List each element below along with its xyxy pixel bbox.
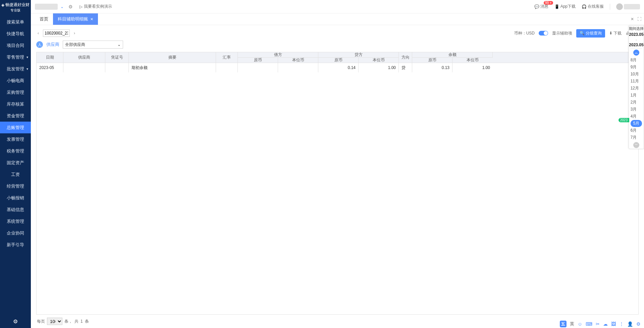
show-aux-toggle[interactable] (539, 31, 548, 36)
th-rate: 汇率 (216, 52, 238, 63)
period-end[interactable]: 2023.05 (629, 43, 643, 47)
scroll-down-icon[interactable]: ︾ (633, 142, 639, 148)
td-rate (216, 63, 238, 72)
table-row: 2023-05期初余额0.141.00贷0.131.00 (37, 63, 638, 72)
page-size-select[interactable]: 100 (47, 318, 62, 325)
chevron-down-icon: ▾ (26, 67, 28, 71)
ime-lang[interactable]: 英 (570, 321, 574, 327)
download-button[interactable]: ⬇ 下载 (609, 30, 622, 36)
th-bal-base: 本位币 (452, 58, 493, 63)
supplier-select[interactable]: 全部供应商 ⌄ (63, 41, 123, 49)
logo: ◈畅捷通好业财 专业版 (0, 0, 31, 13)
logo-icon: ◈ (1, 3, 4, 7)
ime-cloud-icon[interactable]: ☁ (603, 321, 608, 327)
sub-toolbar: 人 供应商 全部供应商 ⌄ (36, 41, 639, 49)
sidebar-item[interactable]: 企业协同 (0, 227, 31, 239)
sidebar-item[interactable]: 资金管理 (0, 110, 31, 122)
prev-account-icon[interactable]: ‹ (36, 31, 40, 36)
online-service-button[interactable]: 🎧 在线客服 (582, 4, 604, 9)
ime-image-icon[interactable]: 🖼 (611, 321, 616, 327)
sidebar-item[interactable]: 库存核算 (0, 98, 31, 110)
settings-icon[interactable]: ⚙ (0, 318, 31, 325)
topbar: XXXX ⌄ ⚙ ▷ 我要看实例演示 💬 消息 99 + 📱 App下载 🎧 在… (31, 0, 644, 13)
sidebar-item[interactable]: 经营管理 (0, 180, 31, 192)
scroll-up-icon[interactable]: ︽ (633, 50, 639, 56)
period-month[interactable]: 8月 (631, 57, 642, 64)
sidebar-item[interactable]: 工资 (0, 169, 31, 180)
sidebar-item[interactable]: 批发管理▾ (0, 63, 31, 75)
close-icon[interactable]: ✕ (90, 17, 93, 21)
sidebar-item[interactable]: 小畅报销 (0, 192, 31, 204)
data-table: 日期 供应商 凭证号 摘要 汇率 借方 原币 本位币 贷方 (36, 52, 639, 315)
chevron-down-icon: ⌄ (117, 42, 121, 47)
account-code-input[interactable] (43, 29, 70, 37)
sidebar: ◈畅捷通好业财 专业版 搜索菜单快捷导航项目合同零售管理▾批发管理▾小畅电商采购… (0, 0, 31, 328)
sidebar-item[interactable]: 总账管理 (0, 122, 31, 133)
td-credit_orig: 0.14 (318, 63, 359, 72)
th-credit-orig: 原币 (318, 58, 359, 63)
ime-badge[interactable]: 五 (560, 321, 567, 327)
sidebar-item[interactable]: 采购管理 (0, 86, 31, 98)
sidebar-item[interactable]: 小畅电商 (0, 75, 31, 86)
th-debit-base: 本位币 (278, 58, 318, 63)
ime-smile-icon[interactable]: ☺ (578, 321, 582, 327)
td-summary: 期初余额 (129, 63, 216, 72)
sidebar-item[interactable]: 固定资产 (0, 157, 31, 169)
period-month[interactable]: 12月 (631, 85, 642, 92)
period-month[interactable]: 9月 (631, 64, 642, 71)
period-month[interactable]: 11月 (631, 78, 642, 85)
pagination: 每页 100 条， 共 1 条 (36, 315, 639, 328)
th-credit: 贷方 (318, 52, 399, 57)
ime-gear-icon[interactable]: ⚙ (636, 321, 641, 327)
td-direction: 贷 (399, 63, 412, 72)
sidebar-item[interactable]: 搜索菜单 (0, 16, 31, 28)
ime-person-icon[interactable]: 👤 (627, 321, 633, 327)
period-month[interactable]: 4月 (631, 113, 642, 120)
td-voucher (105, 63, 129, 72)
period-start[interactable]: 2023.05 (629, 32, 643, 37)
ime-dot-icon[interactable]: ⋮ (619, 321, 624, 327)
message-button[interactable]: 💬 消息 99 + (534, 4, 548, 9)
period-month[interactable]: 1月 (631, 92, 642, 99)
settings-top-icon[interactable]: ⚙ (68, 4, 73, 9)
demo-link[interactable]: ▷ 我要看实例演示 (79, 4, 112, 9)
period-month[interactable]: 6月 (631, 127, 642, 134)
period-month[interactable]: 5月 (631, 120, 642, 127)
user-menu[interactable]: XXX (616, 3, 640, 10)
next-account-icon[interactable]: › (72, 31, 76, 36)
sidebar-item[interactable]: 发票管理 (0, 133, 31, 145)
supplier-icon: 人 (36, 41, 43, 48)
th-date: 日期 (37, 52, 63, 63)
period-month[interactable]: 2月 (631, 99, 642, 106)
tab-home[interactable]: 首页 (35, 13, 53, 25)
th-summary: 摘要 (129, 52, 216, 63)
show-aux-label: 显示辅助项 (552, 30, 572, 36)
sidebar-item[interactable]: 快捷导航 (0, 28, 31, 40)
fullscreen-icon[interactable]: ⛶ (637, 17, 641, 21)
period-month[interactable]: 10月 (631, 71, 642, 78)
company-dropdown-icon[interactable]: ⌄ (60, 4, 64, 9)
th-bal-orig: 原币 (412, 58, 452, 63)
ime-scissors-icon[interactable]: ✂ (596, 321, 600, 327)
sidebar-item[interactable]: 税务管理 (0, 145, 31, 157)
tabs-close-all-icon[interactable]: ✕ (631, 17, 634, 21)
td-date: 2023-05 (37, 63, 63, 72)
group-query-button[interactable]: 🔍 分组查询 (576, 29, 605, 38)
sidebar-item[interactable]: 新手引导 (0, 239, 31, 251)
th-voucher: 凭证号 (105, 52, 129, 63)
period-title: 期间选择 (629, 26, 644, 31)
tabs-bar: 首页 科目辅助明细账 ✕ ✕ ⛶ (31, 13, 644, 25)
sidebar-item[interactable]: 项目合同 (0, 40, 31, 51)
sidebar-item[interactable]: 基础信息 (0, 204, 31, 215)
period-month[interactable]: 3月 (631, 106, 642, 113)
sidebar-item[interactable]: 零售管理▾ (0, 51, 31, 63)
sidebar-item[interactable]: 系统管理 (0, 215, 31, 227)
message-badge: 99 + (544, 1, 553, 5)
year-tag: 2023 (619, 118, 629, 122)
tab-ledger-detail[interactable]: 科目辅助明细账 ✕ (53, 13, 98, 25)
phone-icon: 📱 (554, 4, 559, 9)
app-download-button[interactable]: 📱 App下载 (554, 4, 576, 9)
ime-keyboard-icon[interactable]: ⌨ (586, 321, 592, 327)
company-name: XXXX (35, 4, 58, 10)
period-month[interactable]: 7月 (631, 134, 642, 141)
